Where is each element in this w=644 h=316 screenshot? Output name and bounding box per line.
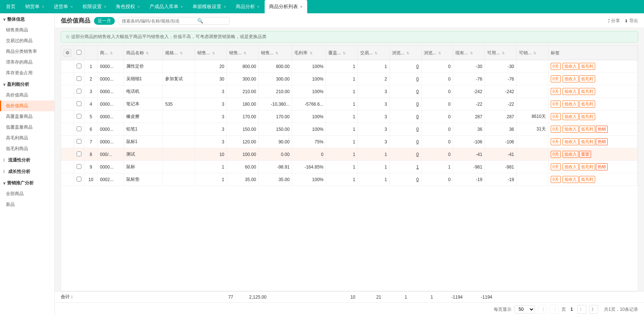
row-checkbox[interactable]	[74, 60, 84, 73]
last-page-btn[interactable]: 》	[589, 305, 598, 314]
sidebar-item-high-margin[interactable]: 高毛利商品	[0, 133, 54, 143]
col-sellable[interactable]: 可销... ⇅	[517, 46, 549, 60]
section-growth-arrow: 〉	[3, 169, 7, 174]
col-sales-profit[interactable]: 销售... ⇅	[258, 46, 292, 60]
sidebar-item-low-value[interactable]: 低价值商品	[0, 101, 54, 111]
nav-permissions[interactable]: 权限设置 ×	[78, 0, 111, 13]
sidebar-item-high-value[interactable]: 高价值商品	[0, 90, 54, 101]
nav-analysis[interactable]: 商品分析 ×	[231, 0, 264, 13]
row-checkbox[interactable]	[74, 123, 84, 136]
sidebar-item-high-coverage[interactable]: 高覆盖量商品	[0, 111, 54, 122]
nav-products[interactable]: 产成品入库单 ×	[145, 0, 187, 13]
section-overall[interactable]: ∨ 整体信息	[0, 13, 54, 25]
row-browse1[interactable]: 0	[389, 173, 421, 186]
row-check[interactable]	[77, 177, 81, 181]
row-check[interactable]	[77, 89, 81, 94]
row-checkbox[interactable]	[74, 161, 84, 173]
row-check[interactable]	[77, 152, 81, 156]
row-checkbox[interactable]	[74, 98, 84, 111]
col-settings[interactable]: ⚙	[61, 46, 74, 60]
row-coverage: 1	[326, 60, 358, 73]
sidebar: ∨ 整体信息 销售类商品 交易过的商品 商品分类销售率 滞库存的商品 库存资金占…	[0, 13, 55, 316]
col-gross-margin[interactable]: 毛利率 ⇅	[292, 46, 326, 60]
share-button[interactable]: ⤴ 分享	[608, 18, 620, 24]
col-transactions[interactable]: 交易... ⇅	[358, 46, 389, 60]
section-circulation[interactable]: 〉 流通性分析	[0, 154, 54, 166]
prev-page-btn[interactable]: 〈	[550, 305, 559, 314]
section-growth[interactable]: 〉 成长性分析	[0, 166, 54, 177]
row-tags: 0天 低收入低毛利热销	[548, 123, 637, 136]
sidebar-item-traded[interactable]: 交易过的商品	[0, 35, 54, 46]
row-code: 0002...	[98, 173, 124, 186]
col-name[interactable]: 商品名称 ⇅	[124, 46, 163, 60]
row-browse1[interactable]: 0	[389, 85, 421, 98]
row-browse1[interactable]: 0	[389, 111, 421, 123]
row-check[interactable]	[77, 139, 81, 144]
nav-sales[interactable]: 销货单 ×	[21, 0, 48, 13]
nav-purchase[interactable]: 进货单 ×	[49, 0, 77, 13]
row-check[interactable]	[77, 64, 81, 68]
row-browse1[interactable]: 0	[389, 123, 421, 136]
row-sales-qty: 10	[195, 148, 227, 161]
row-check[interactable]	[77, 76, 81, 81]
row-checkbox[interactable]	[74, 136, 84, 148]
row-checkbox[interactable]	[74, 85, 84, 98]
table-row: 5 0000... 橡皮擦 3 170.00 170.00 100% 1 3 0…	[61, 111, 638, 123]
first-page-btn[interactable]: 《	[538, 305, 547, 314]
row-code: 0000...	[98, 136, 124, 148]
section-profit[interactable]: ∨ 盈利能分析	[0, 78, 54, 90]
row-checkbox[interactable]	[74, 111, 84, 123]
nav-templates[interactable]: 单据模板设置 ×	[188, 0, 230, 13]
row-browse1[interactable]: 0	[389, 136, 421, 148]
sidebar-item-low-margin[interactable]: 低毛利商品	[0, 143, 54, 154]
nav-home[interactable]: 首页	[1, 0, 20, 13]
col-browse2[interactable]: 浏览... ⇅	[421, 46, 453, 60]
section-marketing-arrow: ∨	[3, 181, 6, 185]
nav-roles[interactable]: 角色授权 ×	[111, 0, 144, 13]
col-spec[interactable]: 规格... ⇅	[163, 46, 195, 60]
col-browse1[interactable]: 浏览... ⇅	[389, 46, 421, 60]
row-browse1[interactable]: 0	[389, 73, 421, 85]
settings-icon[interactable]: ⚙	[63, 49, 71, 57]
col-stock[interactable]: 现有... ⇅	[453, 46, 485, 60]
col-available[interactable]: 可用... ⇅	[485, 46, 517, 60]
sidebar-item-low-coverage[interactable]: 低覆盖量商品	[0, 122, 54, 133]
section-marketing[interactable]: ∨ 营销推广分析	[0, 177, 54, 188]
select-all-checkbox[interactable]	[77, 50, 81, 55]
nav-analysis-list[interactable]: 商品分析列表 ×	[265, 0, 307, 13]
col-code[interactable]: 商... ⇅	[98, 46, 124, 60]
row-tags: 0天 低收入置雷	[548, 148, 637, 161]
row-checkbox[interactable]	[74, 73, 84, 85]
col-sales-qty[interactable]: 销售... ⇅	[195, 46, 227, 60]
search-input[interactable]	[122, 18, 196, 24]
row-check[interactable]	[77, 101, 81, 106]
search-icon[interactable]: 🔍	[197, 18, 203, 24]
sidebar-item-slow[interactable]: 滞库存的商品	[0, 57, 54, 68]
col-sales-amount[interactable]: 销售... ⇅	[227, 46, 259, 60]
row-browse1[interactable]: 0	[389, 98, 421, 111]
sidebar-item-category-rate[interactable]: 商品分类销售率	[0, 46, 54, 57]
page-size-select[interactable]: 50 20 100	[514, 305, 535, 313]
row-checkbox[interactable]	[74, 148, 84, 161]
row-check[interactable]	[77, 126, 81, 131]
export-button[interactable]: ⬇ 导出	[624, 18, 638, 24]
row-check[interactable]	[77, 164, 81, 169]
row-check[interactable]	[77, 114, 81, 119]
row-num: 6	[84, 123, 98, 136]
next-page-btn[interactable]: 〉	[577, 305, 586, 314]
filter-button[interactable]: 近一月	[94, 17, 115, 25]
row-settings	[61, 123, 74, 136]
col-coverage[interactable]: 覆盖... ⇅	[326, 46, 358, 60]
sidebar-item-capital[interactable]: 库存资金占用	[0, 68, 54, 78]
row-gross-margin: 100%	[292, 60, 326, 73]
row-available: -22	[485, 98, 517, 111]
row-checkbox[interactable]	[74, 173, 84, 186]
row-browse1[interactable]: 1	[389, 161, 421, 173]
sidebar-item-new[interactable]: 新品	[0, 199, 54, 210]
sidebar-item-sales-products[interactable]: 销售类商品	[0, 25, 54, 35]
row-browse1[interactable]: 0	[389, 148, 421, 161]
row-sellable	[517, 85, 549, 98]
row-stock: -30	[453, 60, 485, 73]
sidebar-item-all-products[interactable]: 全部商品	[0, 188, 54, 199]
row-browse1[interactable]: 0	[389, 60, 421, 73]
